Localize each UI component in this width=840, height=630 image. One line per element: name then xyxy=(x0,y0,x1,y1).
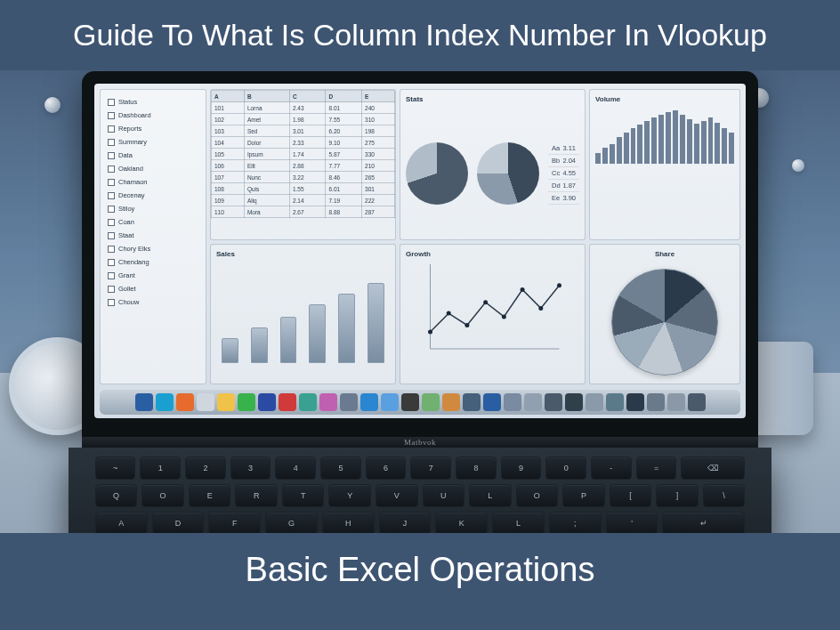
keyboard-key[interactable]: V xyxy=(376,484,418,507)
keyboard-key[interactable]: ~ xyxy=(95,456,136,480)
cell[interactable]: 2.14 xyxy=(289,195,326,206)
cell[interactable]: Aliq xyxy=(244,195,289,206)
cell[interactable]: 108 xyxy=(212,183,245,195)
cell[interactable]: 2.43 xyxy=(289,102,326,114)
dock-app-icon[interactable] xyxy=(667,393,685,411)
cell[interactable]: 8.88 xyxy=(326,206,362,218)
cell[interactable]: 240 xyxy=(362,102,395,114)
dock-app-icon[interactable] xyxy=(565,393,583,411)
dock-app-icon[interactable] xyxy=(524,393,542,411)
cell[interactable]: 107 xyxy=(212,172,245,183)
keyboard-key[interactable]: U xyxy=(423,484,465,507)
cell[interactable]: 2.88 xyxy=(289,160,326,172)
keyboard-key[interactable]: L xyxy=(492,512,545,533)
cell[interactable]: Amet xyxy=(244,114,289,125)
dock-app-icon[interactable] xyxy=(586,393,603,411)
keyboard-key[interactable]: - xyxy=(591,456,632,480)
keyboard-key[interactable]: K xyxy=(435,512,488,533)
dock-app-icon[interactable] xyxy=(688,393,706,411)
sidebar-item[interactable]: Reports xyxy=(106,122,200,135)
table-row[interactable]: 103Sed3.016.20198 xyxy=(212,125,395,137)
keyboard-key[interactable]: 0 xyxy=(545,456,586,480)
keyboard-key[interactable]: G xyxy=(265,512,318,533)
cell[interactable]: 7.55 xyxy=(326,114,362,125)
keyboard-key[interactable]: L xyxy=(469,484,512,507)
keyboard-key[interactable]: ⌫ xyxy=(681,456,745,480)
cell[interactable]: Nunc xyxy=(244,172,289,183)
cell[interactable]: Dolor xyxy=(244,137,289,149)
cell[interactable]: Mora xyxy=(244,206,289,218)
keyboard-key[interactable]: P xyxy=(562,484,605,507)
column-header[interactable]: A xyxy=(212,91,245,102)
cell[interactable]: 1.74 xyxy=(289,149,326,160)
dock-app-icon[interactable] xyxy=(279,393,296,411)
keyboard-key[interactable]: 7 xyxy=(410,456,451,480)
sidebar-item[interactable]: Data xyxy=(106,149,200,162)
sidebar-item[interactable]: Decenay xyxy=(106,189,200,202)
dock-app-icon[interactable] xyxy=(463,393,481,411)
macos-dock[interactable] xyxy=(100,390,740,415)
keyboard-key[interactable]: O xyxy=(516,484,559,507)
cell[interactable]: 1.55 xyxy=(289,183,326,195)
keyboard-key[interactable]: D xyxy=(152,512,205,533)
dock-app-icon[interactable] xyxy=(545,393,562,411)
keyboard-key[interactable]: 1 xyxy=(140,456,181,480)
cell[interactable]: 275 xyxy=(362,137,395,149)
cell[interactable]: 103 xyxy=(212,125,245,137)
cell[interactable]: 3.22 xyxy=(289,172,326,183)
dock-app-icon[interactable] xyxy=(626,393,644,411)
cell[interactable]: 198 xyxy=(362,125,395,137)
cell[interactable]: Ipsum xyxy=(244,149,289,160)
column-header[interactable]: E xyxy=(362,91,395,102)
dock-app-icon[interactable] xyxy=(442,393,460,411)
keyboard-key[interactable]: A xyxy=(95,512,148,533)
sidebar-item[interactable]: Stiloy xyxy=(106,202,200,215)
dock-app-icon[interactable] xyxy=(217,393,235,411)
cell[interactable]: 104 xyxy=(212,137,245,149)
sidebar-item[interactable]: Chory Elks xyxy=(106,242,200,255)
cell[interactable]: 9.10 xyxy=(326,137,362,149)
dock-app-icon[interactable] xyxy=(504,393,521,411)
cell[interactable]: Quis xyxy=(244,183,289,195)
keyboard-key[interactable]: 2 xyxy=(185,456,226,480)
keyboard-key[interactable]: ↵ xyxy=(662,512,745,533)
cell[interactable]: 222 xyxy=(362,195,395,206)
dock-app-icon[interactable] xyxy=(422,393,440,411)
cell[interactable]: 5.87 xyxy=(326,149,362,160)
keyboard-key[interactable]: 6 xyxy=(366,456,407,480)
keyboard-key[interactable]: Y xyxy=(328,484,371,507)
keyboard-key[interactable]: T xyxy=(282,484,325,507)
dock-app-icon[interactable] xyxy=(299,393,317,411)
table-row[interactable]: 108Quis1.556.01301 xyxy=(212,183,395,195)
cell[interactable]: 110 xyxy=(212,206,245,218)
dock-app-icon[interactable] xyxy=(401,393,419,411)
table-row[interactable]: 110Mora2.678.88287 xyxy=(212,206,395,218)
dock-app-icon[interactable] xyxy=(135,393,153,411)
sidebar-item[interactable]: Oakland xyxy=(106,162,200,175)
sidebar-item[interactable]: Chendang xyxy=(106,255,200,269)
cell[interactable]: 8.01 xyxy=(326,102,362,114)
keyboard-key[interactable]: 5 xyxy=(320,456,361,480)
cell[interactable]: 6.01 xyxy=(326,183,362,195)
cell[interactable]: 3.01 xyxy=(289,125,326,137)
column-header[interactable]: C xyxy=(289,91,326,102)
dock-app-icon[interactable] xyxy=(258,393,276,411)
column-header[interactable]: B xyxy=(244,91,289,102)
cell[interactable]: 101 xyxy=(212,102,245,114)
keyboard-key[interactable]: 3 xyxy=(230,456,271,480)
cell[interactable]: 310 xyxy=(362,114,395,125)
dock-app-icon[interactable] xyxy=(238,393,255,411)
sidebar-item[interactable]: Chamaon xyxy=(106,175,200,189)
cell[interactable]: 301 xyxy=(362,183,395,195)
keyboard-key[interactable]: \ xyxy=(703,484,746,507)
table-row[interactable]: 104Dolor2.339.10275 xyxy=(212,137,395,149)
keyboard-key[interactable]: F xyxy=(208,512,261,533)
cell[interactable]: Lorna xyxy=(244,102,289,114)
sidebar-item[interactable]: Dashboard xyxy=(106,109,200,122)
dock-app-icon[interactable] xyxy=(176,393,194,411)
cell[interactable]: 2.67 xyxy=(289,206,326,218)
dock-app-icon[interactable] xyxy=(319,393,337,411)
keyboard-key[interactable]: 9 xyxy=(501,456,542,480)
sidebar-item[interactable]: Staat xyxy=(106,229,200,242)
cell[interactable]: 105 xyxy=(212,149,245,160)
